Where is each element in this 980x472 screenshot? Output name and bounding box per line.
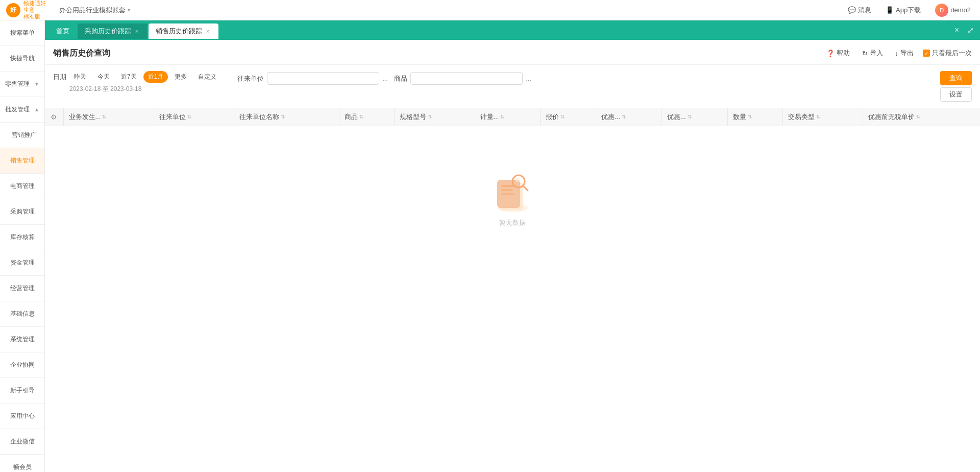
wholesale-arrow-icon: ▲ xyxy=(34,106,39,113)
user-name: demo2 xyxy=(950,6,971,14)
sidebar-member-label: 畅会员 xyxy=(13,463,32,471)
logo-icon: 好 xyxy=(6,3,20,17)
retail-arrow-icon: ▼ xyxy=(34,81,39,87)
app-selector-label: 办公用品行业模拟账套 xyxy=(59,6,126,15)
tab-home[interactable]: 首页 xyxy=(49,23,77,39)
date-label: 日期 xyxy=(53,73,66,82)
date-btn-custom[interactable]: 自定义 xyxy=(193,71,221,83)
user-button[interactable]: D demo2 xyxy=(932,2,974,19)
table-header-spec[interactable]: 规格型号 ⇅ xyxy=(395,108,475,126)
date-filter-inline: 日期 昨天 今天 近7天 近1月 更多 自定义 xyxy=(53,71,221,83)
product-input[interactable] xyxy=(410,72,523,85)
help-button[interactable]: ❓ 帮助 xyxy=(823,47,853,59)
only-last-checkbox[interactable]: ✓ 只看最后一次 xyxy=(923,49,972,58)
app-selector[interactable]: 办公用品行业模拟账套 ▾ xyxy=(55,4,134,17)
sidebar-appcenter-label: 应用中心 xyxy=(10,412,35,420)
partner-dots-button[interactable]: ... xyxy=(382,75,388,82)
table-header-discount2[interactable]: 优惠... ⇅ xyxy=(662,108,727,126)
sidebar-item-collab[interactable]: 企业协同 xyxy=(0,352,44,378)
import-button[interactable]: ↻ 导入 xyxy=(859,47,886,59)
sort-business-date-icon: ⇅ xyxy=(102,115,106,119)
table-header-unit[interactable]: 计量... ⇅ xyxy=(475,108,541,126)
sidebar-item-quicknav[interactable]: 快捷导航 xyxy=(0,46,44,72)
sort-unit-icon: ⇅ xyxy=(500,115,504,119)
sidebar-collab-label: 企业协同 xyxy=(10,361,35,369)
sort-quantity-icon: ⇅ xyxy=(748,115,752,119)
page-header-actions: ❓ 帮助 ↻ 导入 ↓ 导出 ✓ 只看最后一次 xyxy=(823,47,972,59)
main-layout: 搜索菜单 快捷导航 零售管理 ▼ 批发管理 ▲ 营销推广 销售管理 电商管理 采… xyxy=(0,20,980,472)
date-range-text: 2023-02-18 至 2023-03-18 xyxy=(69,85,141,92)
sidebar-finance-label: 资金管理 xyxy=(10,259,35,267)
query-button[interactable]: 查询 xyxy=(940,71,972,85)
sort-product-icon: ⇅ xyxy=(359,115,363,119)
col-unit-label: 计量... xyxy=(480,112,499,122)
table-header-quantity[interactable]: 数量 ⇅ xyxy=(727,108,783,126)
sidebar-item-retail[interactable]: 零售管理 ▼ xyxy=(0,72,44,97)
table-header-price[interactable]: 报价 ⇅ xyxy=(541,108,596,126)
sort-trade-type-icon: ⇅ xyxy=(816,115,820,119)
filter-actions: 查询 设置 xyxy=(940,71,972,102)
message-icon: 💬 xyxy=(848,6,856,14)
date-btn-1month[interactable]: 近1月 xyxy=(143,71,168,83)
sidebar-sales-label: 销售管理 xyxy=(10,157,35,165)
empty-illustration xyxy=(487,167,538,218)
export-label: 导出 xyxy=(900,49,914,58)
date-btn-more[interactable]: 更多 xyxy=(170,71,191,83)
tab-sales-close-icon[interactable]: × xyxy=(204,28,211,35)
svg-point-8 xyxy=(516,178,520,182)
sidebar-guide-label: 新手引导 xyxy=(10,387,35,395)
settings-button[interactable]: 设置 xyxy=(940,87,972,102)
partner-input[interactable] xyxy=(267,72,379,85)
sidebar-item-marketing[interactable]: 营销推广 xyxy=(0,123,44,148)
col-discount2-label: 优惠... xyxy=(667,112,686,122)
maximize-button[interactable]: ⤢ xyxy=(965,25,976,36)
sidebar-item-ecommerce[interactable]: 电商管理 xyxy=(0,174,44,199)
content-area: 首页 采购历史价跟踪 × 销售历史价跟踪 × × ⤢ 销售历史价查询 xyxy=(45,20,980,472)
date-buttons: 昨天 今天 近7天 近1月 更多 自定义 xyxy=(69,71,221,83)
sidebar-item-sales[interactable]: 销售管理 xyxy=(0,148,44,174)
sidebar-item-member[interactable]: 畅会员 xyxy=(0,455,44,472)
table-header-business-date[interactable]: 业务发生... ⇅ xyxy=(63,108,154,126)
sidebar-item-wholesale[interactable]: 批发管理 ▲ xyxy=(0,97,44,123)
sidebar-item-operation[interactable]: 经营管理 xyxy=(0,276,44,301)
help-icon: ❓ xyxy=(826,50,835,57)
sidebar-item-purchase[interactable]: 采购管理 xyxy=(0,199,44,225)
table-container: ⚙ 业务发生... ⇅ 往来单位 xyxy=(45,108,980,472)
product-dots-button[interactable]: ... xyxy=(526,75,531,82)
checkbox-checked-icon: ✓ xyxy=(923,50,930,57)
sidebar-item-guide[interactable]: 新手引导 xyxy=(0,378,44,404)
table-header-partner-name[interactable]: 往来单位名称 ⇅ xyxy=(234,108,339,126)
message-label: 消息 xyxy=(858,6,871,15)
table-header-partner-code[interactable]: 往来单位 ⇅ xyxy=(154,108,234,126)
date-btn-7days[interactable]: 近7天 xyxy=(116,71,141,83)
sidebar-item-finance[interactable]: 资金管理 xyxy=(0,250,44,276)
sidebar-item-system[interactable]: 系统管理 xyxy=(0,327,44,352)
sidebar-item-appcenter[interactable]: 应用中心 xyxy=(0,404,44,429)
table-header-discount1[interactable]: 优惠... ⇅ xyxy=(596,108,662,126)
sidebar-item-search[interactable]: 搜索菜单 xyxy=(0,20,44,46)
message-button[interactable]: 💬 消息 xyxy=(845,4,874,17)
sidebar-item-inventory[interactable]: 库存核算 xyxy=(0,225,44,250)
close-all-tabs-button[interactable]: × xyxy=(952,25,961,36)
date-btn-today[interactable]: 今天 xyxy=(93,71,114,83)
page-title: 销售历史价查询 xyxy=(53,48,110,59)
sidebar-retail-label: 零售管理 xyxy=(5,80,30,88)
partner-filter-group: 往来单位 ... xyxy=(237,72,388,85)
table-header-pretax-price[interactable]: 优惠前无税单价 ⇅ xyxy=(863,108,980,126)
table-header-trade-type[interactable]: 交易类型 ⇅ xyxy=(783,108,863,126)
date-btn-yesterday[interactable]: 昨天 xyxy=(69,71,91,83)
page-header: 销售历史价查询 ❓ 帮助 ↻ 导入 ↓ 导出 ✓ xyxy=(45,40,980,65)
col-spec-label: 规格型号 xyxy=(400,112,426,122)
table-settings-icon[interactable]: ⚙ xyxy=(51,113,57,121)
help-label: 帮助 xyxy=(837,49,850,58)
sidebar-item-basic[interactable]: 基础信息 xyxy=(0,301,44,327)
tab-purchase-price[interactable]: 采购历史价跟踪 × xyxy=(78,23,148,39)
sidebar-item-wechat[interactable]: 企业微信 xyxy=(0,429,44,455)
svg-line-7 xyxy=(523,186,528,191)
tab-purchase-close-icon[interactable]: × xyxy=(133,28,140,35)
tab-sales-price[interactable]: 销售历史价跟踪 × xyxy=(149,23,218,39)
export-button[interactable]: ↓ 导出 xyxy=(892,47,917,59)
app-download-button[interactable]: 📱 App下载 xyxy=(883,4,924,17)
col-pretax-price-label: 优惠前无税单价 xyxy=(868,112,915,122)
table-header-product[interactable]: 商品 ⇅ xyxy=(339,108,395,126)
